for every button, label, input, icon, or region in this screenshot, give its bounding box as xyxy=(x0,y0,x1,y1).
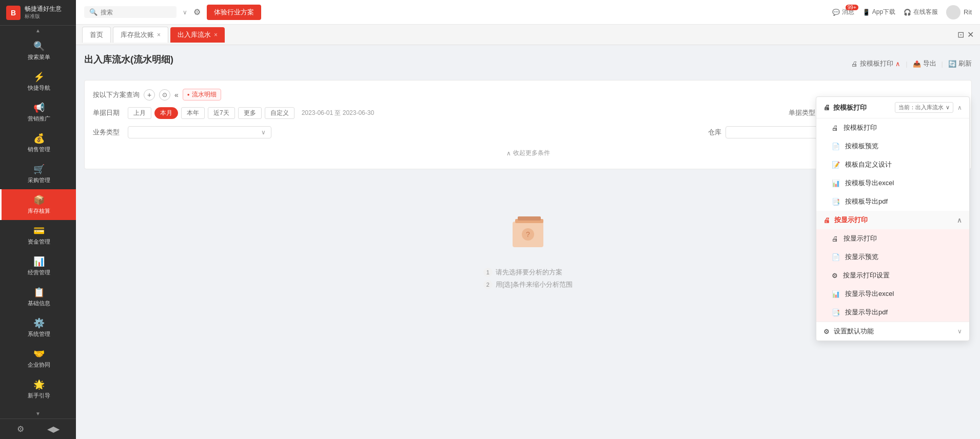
refresh-button[interactable]: 🔄 刷新 xyxy=(948,59,972,68)
sidebar-item-guide[interactable]: 🌟 新手引导 xyxy=(0,374,76,405)
date-last-month[interactable]: 上月 xyxy=(128,107,151,119)
dropdown-item-template-preview[interactable]: 📄 按模板预览 xyxy=(816,137,969,155)
user-profile[interactable]: Rit xyxy=(946,5,972,19)
header-chevron-icon[interactable]: ∨ xyxy=(183,9,187,16)
print-chevron-icon: ∧ xyxy=(895,60,900,68)
date-this-year[interactable]: 本年 xyxy=(181,107,205,119)
dropdown-footer-gear-icon: ⚙ xyxy=(824,328,830,335)
print-icon: 🖨 xyxy=(851,60,858,68)
restore-window-button[interactable]: ⊡ xyxy=(957,30,964,39)
tabs-bar: 首页 库存批次账 × 出入库流水 × ⊡ ✕ xyxy=(76,25,980,45)
tab-flow-label: 出入库流水 xyxy=(178,30,211,39)
sidebar-item-sales[interactable]: 💰 销售管理 xyxy=(0,128,76,158)
dropdown-item-display-preview[interactable]: 📄 按显示预览 xyxy=(816,248,969,266)
filter-tag: ● 流水明细 xyxy=(183,89,221,101)
sidebar-label-finance: 资金管理 xyxy=(28,238,50,246)
sidebar-label-inventory: 库存核算 xyxy=(28,207,50,215)
app-download-button[interactable]: 📱 App下载 xyxy=(863,8,895,16)
brand-sub: 标准版 xyxy=(25,13,62,20)
dropdown-title: 🖨 按模板打印 xyxy=(824,103,867,112)
sidebar-item-purchase[interactable]: 🛒 采购管理 xyxy=(0,158,76,189)
sidebar-item-quick-nav[interactable]: ⚡ 快捷导航 xyxy=(0,66,76,97)
online-service-button[interactable]: 🎧 在线客服 xyxy=(904,8,938,16)
print-template-button[interactable]: 🖨 按模板打印 ∧ xyxy=(851,59,900,68)
logo-icon: B xyxy=(6,6,21,20)
empty-tip-2: 2 用[选]条件来缩小分析范围 xyxy=(483,280,573,289)
filter-settings-button[interactable]: ⊙ xyxy=(159,89,170,101)
main-area: 🔍 ∨ ⚙ 体验行业方案 💬 消息 99+ 📱 App下载 🎧 在线客服 Rit xyxy=(76,0,980,439)
display-section-icon: 🖨 xyxy=(824,216,830,224)
sidebar-label-sales: 销售管理 xyxy=(28,146,50,153)
dropdown-item-template-excel[interactable]: 📊 按模板导出excel xyxy=(816,174,969,192)
export-label: 导出 xyxy=(923,59,936,68)
sidebar-item-appstore[interactable]: 🏪 应用中心 xyxy=(0,405,76,409)
sidebar-item-search[interactable]: 🔍 搜索菜单 xyxy=(0,35,76,66)
sidebar-item-finance[interactable]: 💳 资金管理 xyxy=(0,220,76,251)
filter-collapse-button[interactable]: « xyxy=(174,91,179,99)
display-settings-icon: ⚙ xyxy=(832,272,838,280)
sidebar-item-inventory[interactable]: 📦 库存核算 xyxy=(0,189,76,220)
tab-flow[interactable]: 出入库流水 × xyxy=(170,27,225,43)
sidebar-item-basic[interactable]: 📋 基础信息 xyxy=(0,282,76,312)
biz-type-label: 业务类型 xyxy=(93,128,120,137)
biz-type-select[interactable]: ∨ xyxy=(128,126,271,138)
tab-batch[interactable]: 库存批次账 × xyxy=(113,27,168,43)
display-excel-icon: 📊 xyxy=(832,290,840,298)
sidebar-item-enterprise[interactable]: 🤝 企业协同 xyxy=(0,343,76,374)
sidebar-icon-system: ⚙️ xyxy=(33,317,45,329)
date-custom[interactable]: 自定义 xyxy=(265,107,295,119)
tab-home-label: 首页 xyxy=(90,30,103,39)
sidebar-icon-basic: 📋 xyxy=(33,287,45,298)
display-section-chevron-icon: ∧ xyxy=(957,216,962,224)
settings-icon[interactable]: ⚙ xyxy=(17,424,24,434)
dropdown-item-template-print[interactable]: 🖨 按模板打印 xyxy=(816,118,969,137)
dropdown-item-display-settings[interactable]: ⚙ 按显示打印设置 xyxy=(816,266,969,285)
dropdown-item-display-pdf[interactable]: 📑 按显示导出pdf xyxy=(816,303,969,322)
page-content: 出入库流水(流水明细) 🖨 按模板打印 ∧ | 📤 导出 | 🔄 刷新 xyxy=(76,45,980,439)
message-button[interactable]: 💬 消息 99+ xyxy=(832,8,854,16)
refresh-icon: 🔄 xyxy=(948,60,956,68)
sidebar-icon-sales: 💰 xyxy=(33,133,45,144)
tab-batch-close[interactable]: × xyxy=(157,31,161,38)
dropdown-current-tag: 当前：出入库流水 ∨ xyxy=(895,102,953,113)
date-range-text: 2023-06-01 至 2023-06-30 xyxy=(302,109,374,117)
template-print-icon: 🖨 xyxy=(832,124,838,132)
header-gear-icon[interactable]: ⚙ xyxy=(193,7,201,17)
template-custom-icon: 📝 xyxy=(832,161,840,169)
dropdown-footer[interactable]: ⚙ 设置默认功能 ∨ xyxy=(816,322,969,341)
action-divider-2: | xyxy=(942,60,943,68)
print-label: 按模板打印 xyxy=(860,59,893,68)
dropdown-item-template-pdf[interactable]: 📑 按模板导出pdf xyxy=(816,192,969,211)
dropdown-collapse-icon[interactable]: ∧ xyxy=(957,104,962,111)
search-input[interactable] xyxy=(101,9,171,16)
close-window-button[interactable]: ✕ xyxy=(967,30,974,39)
sidebar-label-marketing: 营销推广 xyxy=(28,115,50,123)
dropdown-item-display-print[interactable]: 🖨 按显示打印 xyxy=(816,229,969,248)
date-this-month[interactable]: 本月 xyxy=(154,107,178,119)
tab-home[interactable]: 首页 xyxy=(82,27,111,43)
sidebar-scroll-down[interactable]: ▼ xyxy=(0,409,76,418)
app-icon: 📱 xyxy=(863,9,870,16)
sidebar-item-operations[interactable]: 📊 经营管理 xyxy=(0,251,76,282)
dropdown-item-display-excel[interactable]: 📊 按显示导出excel xyxy=(816,285,969,303)
dropdown-item-template-custom[interactable]: 📝 模板自定义设计 xyxy=(816,155,969,174)
filter-add-button[interactable]: + xyxy=(144,89,155,101)
dropdown-section-display[interactable]: 🖨 按显示打印 ∧ xyxy=(816,211,969,229)
tab-flow-close[interactable]: × xyxy=(214,31,218,38)
sidebar-item-marketing[interactable]: 📢 营销推广 xyxy=(0,97,76,128)
sidebar-item-system[interactable]: ⚙️ 系统管理 xyxy=(0,312,76,343)
export-button[interactable]: 📤 导出 xyxy=(913,59,936,68)
date-7days[interactable]: 近7天 xyxy=(208,107,235,119)
toggle-sidebar-icon[interactable]: ◀▶ xyxy=(47,424,60,434)
sidebar-label-guide: 新手引导 xyxy=(28,392,50,400)
print-dropdown-panel: 🖨 按模板打印 当前：出入库流水 ∨ ∧ 🖨 按模板打印 📄 按模板预览 xyxy=(816,96,970,341)
trial-button[interactable]: 体验行业方案 xyxy=(207,5,261,20)
date-more[interactable]: 更多 xyxy=(238,107,262,119)
template-print-label: 按模板打印 xyxy=(844,123,877,132)
sidebar-label-basic: 基础信息 xyxy=(28,300,50,307)
collapse-arrow-icon: ∧ xyxy=(506,150,511,157)
header-search[interactable]: 🔍 xyxy=(84,6,177,18)
sidebar-icon-quick-nav: ⚡ xyxy=(33,71,45,83)
sidebar-scroll-up[interactable]: ▲ xyxy=(0,26,76,35)
filter-tag-label: 流水明细 xyxy=(192,90,217,99)
